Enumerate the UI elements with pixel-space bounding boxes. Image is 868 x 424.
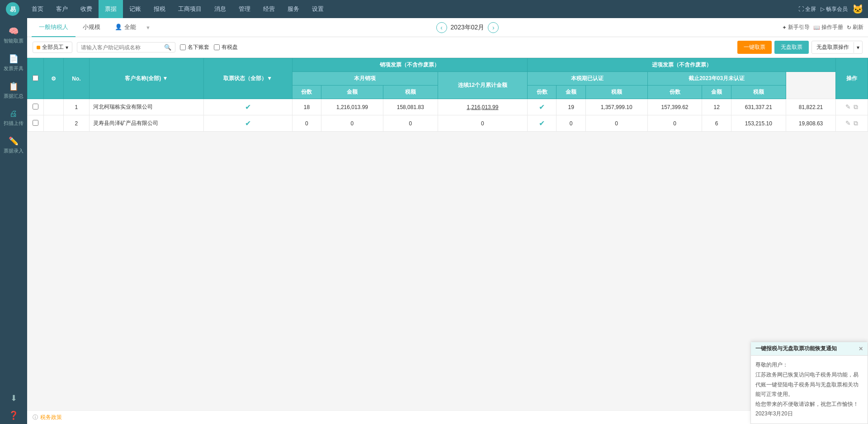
tab-general-taxpayer[interactable]: 一般纳税人 bbox=[32, 18, 75, 37]
toolbar-right: 一键取票 无盘取票 无盘取票操作 ▾ bbox=[737, 41, 863, 54]
row-icon-1 bbox=[44, 115, 64, 132]
header-sales-count: 份数 bbox=[292, 86, 321, 99]
help-icon: ❓ bbox=[9, 410, 19, 420]
nav-customer[interactable]: 客户 bbox=[50, 0, 74, 18]
cumulative-val-0[interactable]: 1,216,013.99 bbox=[467, 104, 498, 110]
sidebar-scan-upload[interactable]: 🖨 扫描上传 bbox=[0, 105, 27, 130]
row-mar-count-0: 12 bbox=[702, 99, 731, 115]
row-status-1: ✔ bbox=[203, 115, 292, 132]
sidebar-help[interactable]: ❓ bbox=[6, 407, 21, 424]
nav-business[interactable]: 工商项目 bbox=[172, 0, 208, 18]
sidebar-smart-fetch[interactable]: 🧠 智能取票 bbox=[0, 23, 27, 48]
layout: 🧠 智能取票 📄 发票开具 📋 票据汇总 🖨 扫描上传 ✏️ 票据录入 ⬇ ❓ bbox=[0, 18, 868, 424]
header-until-mar: 截止2023年03月未认证 bbox=[647, 72, 786, 86]
tab-actions: ✦ 新手引导 📖 操作手册 ↻ 刷新 bbox=[782, 24, 863, 31]
checkbox-accounts[interactable]: 名下账套 bbox=[180, 43, 209, 51]
tax-policy-link[interactable]: 税务政策 bbox=[40, 414, 62, 421]
row-monthly-count-1: 0 bbox=[292, 115, 321, 132]
svg-text:易: 易 bbox=[10, 6, 16, 13]
no-disk-ops-arrow[interactable]: ▾ bbox=[854, 42, 862, 53]
nav-message[interactable]: 消息 bbox=[208, 0, 232, 18]
document-icon: 📄 bbox=[9, 54, 19, 64]
header-settings-col: ⚙ bbox=[44, 58, 64, 99]
row-checkbox-input-0[interactable] bbox=[33, 104, 38, 110]
header-mar-tax: 税额 bbox=[731, 86, 786, 99]
header-period-count: 份数 bbox=[528, 86, 557, 99]
search-input[interactable] bbox=[81, 44, 162, 51]
row-checkbox-1[interactable] bbox=[28, 115, 44, 132]
sidebar-label-invoice-open: 发票开具 bbox=[4, 65, 24, 72]
nav-settings[interactable]: 设置 bbox=[306, 0, 330, 18]
table-row: 1 河北柯瑞栋实业有限公司 ✔ 18 1,216,013.99 158,081.… bbox=[28, 99, 868, 115]
nav-accounting[interactable]: 记账 bbox=[123, 0, 147, 18]
row-period-amount-1: 0 bbox=[585, 115, 647, 132]
row-mar-amount-0: 631,337.21 bbox=[731, 99, 786, 115]
select-all-checkbox[interactable] bbox=[33, 75, 38, 81]
tab-small-scale[interactable]: 小规模 bbox=[75, 18, 108, 37]
sidebar-invoice-summary[interactable]: 📋 票据汇总 bbox=[0, 78, 27, 103]
fullscreen-btn[interactable]: ⛶ 全屏 bbox=[798, 5, 816, 13]
tab-dropdown-arrow[interactable]: ▼ bbox=[143, 25, 153, 30]
sidebar-label-scan-upload: 扫描上传 bbox=[4, 120, 24, 127]
edit-icon: ✏️ bbox=[9, 136, 19, 146]
table-body: 1 河北柯瑞栋实业有限公司 ✔ 18 1,216,013.99 158,081.… bbox=[28, 99, 868, 132]
row-customer-1: 灵寿县尚泽矿产品有限公司 bbox=[89, 115, 203, 132]
accounts-checkbox[interactable] bbox=[180, 44, 186, 50]
row-status-0: ✔ bbox=[203, 99, 292, 115]
row-monthly-amount-0: 1,216,013.99 bbox=[321, 99, 383, 115]
row-period-count-0: 19 bbox=[557, 99, 585, 115]
one-click-fetch-btn[interactable]: 一键取票 bbox=[737, 41, 772, 54]
row-checkbox-0[interactable] bbox=[28, 99, 44, 115]
row-actions-0: ✎ ⧉ bbox=[836, 99, 868, 115]
row-monthly-tax-0: 158,081.83 bbox=[383, 99, 438, 115]
header-monthly-sales: 本月销项 bbox=[292, 72, 438, 86]
sidebar-download[interactable]: ⬇ bbox=[6, 390, 21, 407]
tax-disk-checkbox[interactable] bbox=[214, 44, 220, 50]
nav-right: ⛶ 全屏 ▷ 畅享会员 🐱 bbox=[798, 4, 863, 14]
notification-close-btn[interactable]: ✕ bbox=[859, 346, 863, 352]
prev-period-btn[interactable]: ‹ bbox=[436, 22, 447, 33]
refresh-btn[interactable]: ↻ 刷新 bbox=[847, 24, 863, 31]
no-disk-ops-btn[interactable]: 无盘取票操作 ▾ bbox=[811, 41, 863, 54]
row-verify-status-1: ✔ bbox=[528, 115, 557, 132]
sidebar-invoice-open[interactable]: 📄 发票开具 bbox=[0, 50, 27, 76]
nav-service[interactable]: 服务 bbox=[281, 0, 306, 18]
next-period-btn[interactable]: › bbox=[488, 22, 499, 33]
tab-all[interactable]: 👤 全能 bbox=[108, 18, 143, 37]
row-period-amount-0: 1,357,999.10 bbox=[585, 99, 647, 115]
nav-operation[interactable]: 经营 bbox=[257, 0, 281, 18]
settings-icon[interactable]: ⚙ bbox=[51, 76, 56, 82]
copy-action-1[interactable]: ⧉ bbox=[854, 119, 858, 127]
notification-header: 一键报税与无盘取票功能恢复通知 ✕ bbox=[751, 342, 868, 356]
employee-select[interactable]: 全部员工 ▾ bbox=[33, 42, 72, 53]
tab-bar: 一般纳税人 小规模 👤 全能 ▼ ‹ 2023年02月 › ✦ 新手引导 📖 操… bbox=[27, 18, 868, 37]
member-btn[interactable]: ▷ 畅享会员 bbox=[821, 5, 848, 13]
header-sales-tax: 税额 bbox=[383, 86, 438, 99]
nav-items: 首页 客户 收费 票据 记账 报税 工商项目 消息 管理 经营 服务 设置 bbox=[25, 0, 798, 18]
header-this-period-verified: 本税期已认证 bbox=[528, 72, 647, 86]
no-disk-fetch-btn[interactable]: 无盘取票 bbox=[774, 41, 809, 54]
row-checkbox-input-1[interactable] bbox=[33, 120, 38, 126]
edit-action-0[interactable]: ✎ bbox=[845, 103, 851, 111]
row-monthly-count-0: 18 bbox=[292, 99, 321, 115]
nav-home[interactable]: 首页 bbox=[25, 0, 50, 18]
checkbox-tax-disk[interactable]: 有税盘 bbox=[214, 43, 238, 51]
top-nav: 易 首页 客户 收费 票据 记账 报税 工商项目 消息 管理 经营 服务 设置 … bbox=[0, 0, 868, 18]
edit-action-1[interactable]: ✎ bbox=[845, 119, 851, 127]
sidebar-invoice-entry[interactable]: ✏️ 票据录入 bbox=[0, 133, 27, 158]
row-customer-0: 河北柯瑞栋实业有限公司 bbox=[89, 99, 203, 115]
copy-action-0[interactable]: ⧉ bbox=[854, 103, 858, 111]
manual-btn[interactable]: 📖 操作手册 bbox=[813, 24, 843, 31]
page-footer: ⓘ 税务政策 bbox=[27, 410, 868, 424]
nav-tax[interactable]: 报税 bbox=[147, 0, 172, 18]
nav-invoice[interactable]: 票据 bbox=[99, 0, 123, 18]
header-cumulative: 连续12个月累计金额 bbox=[438, 72, 527, 99]
search-icon[interactable]: 🔍 bbox=[164, 44, 171, 51]
nav-manage[interactable]: 管理 bbox=[232, 0, 257, 18]
period-label: 2023年02月 bbox=[451, 24, 485, 32]
nav-fee[interactable]: 收费 bbox=[74, 0, 99, 18]
header-checkbox-col bbox=[28, 58, 44, 99]
all-icon: 👤 bbox=[115, 24, 122, 30]
new-guide-btn[interactable]: ✦ 新手引导 bbox=[782, 24, 810, 31]
status-check-icon-1: ✔ bbox=[245, 119, 251, 127]
